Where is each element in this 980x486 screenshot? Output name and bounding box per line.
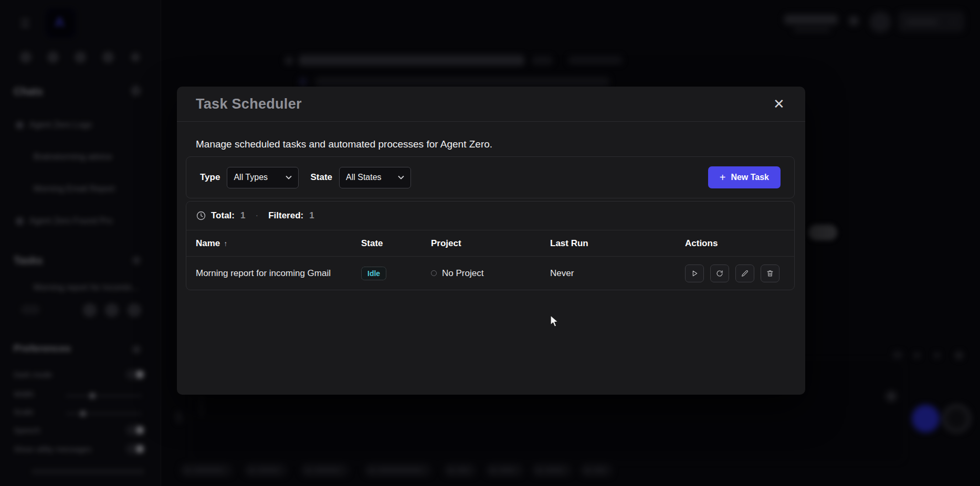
state-badge: Idle (361, 267, 386, 280)
total-label: Total: (211, 210, 235, 221)
state-filter-label: State (310, 172, 332, 183)
new-task-button[interactable]: + New Task (708, 166, 781, 188)
project-cell: No Project (431, 268, 550, 279)
type-filter-value: All Types (234, 173, 268, 182)
type-filter-select[interactable]: All Types (227, 167, 299, 188)
task-name: Morning report for incoming Gmail (196, 268, 361, 279)
col-state[interactable]: State (361, 238, 431, 249)
reload-task-button[interactable] (710, 265, 729, 282)
state-filter-value: All States (346, 173, 382, 182)
project-circle-icon (431, 270, 437, 276)
app-root: ☰ A Chats Agent Zero Logo Brainstorming … (0, 0, 980, 486)
stats-separator: · (255, 210, 258, 221)
reload-icon (715, 269, 724, 278)
total-value: 1 (240, 210, 245, 221)
state-filter-select[interactable]: All States (339, 167, 411, 188)
filter-panel: Type All Types State All States + New Ta… (186, 156, 795, 198)
col-name[interactable]: Name↑ (196, 238, 361, 249)
run-task-button[interactable] (685, 265, 704, 282)
last-run-value: Never (550, 268, 685, 279)
mouse-cursor (550, 315, 561, 329)
modal-title: Task Scheduler (196, 96, 302, 112)
trash-icon (766, 269, 774, 278)
table-header-row: Name↑ State Project Last Run Actions (186, 230, 794, 257)
close-icon[interactable]: ✕ (772, 97, 786, 112)
filtered-label: Filtered: (268, 210, 303, 221)
chevron-down-icon (398, 175, 404, 179)
plus-icon: + (720, 172, 726, 183)
type-filter-label: Type (200, 172, 220, 183)
sort-ascending-icon: ↑ (224, 239, 227, 248)
modal-header: Task Scheduler ✕ (177, 87, 805, 122)
chevron-down-icon (286, 175, 292, 179)
play-icon (690, 269, 699, 278)
task-scheduler-modal: Task Scheduler ✕ Manage scheduled tasks … (177, 87, 805, 395)
edit-task-button[interactable] (735, 265, 754, 282)
col-last-run[interactable]: Last Run (550, 238, 685, 249)
col-actions: Actions (685, 238, 785, 249)
table-row[interactable]: Morning report for incoming Gmail Idle N… (186, 257, 794, 290)
pencil-icon (741, 269, 749, 278)
delete-task-button[interactable] (761, 265, 779, 282)
background-pill (808, 225, 837, 240)
col-project[interactable]: Project (431, 238, 550, 249)
project-name: No Project (442, 268, 483, 279)
clock-icon (196, 210, 206, 221)
tasks-table-panel: Total: 1 · Filtered: 1 Name↑ State Proje… (186, 201, 795, 290)
actions-cell (685, 265, 785, 282)
filtered-value: 1 (309, 210, 314, 221)
stats-row: Total: 1 · Filtered: 1 (186, 202, 794, 230)
